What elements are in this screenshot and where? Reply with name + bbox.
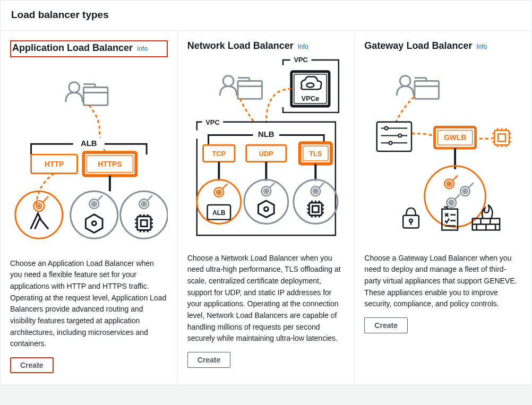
svg-line-57 — [270, 183, 274, 187]
svg-rect-21 — [137, 216, 151, 230]
nlb-desc: Choose a Network Load Balancer when you … — [187, 253, 345, 345]
alb-label: ALB — [81, 139, 97, 148]
target-icon — [214, 184, 227, 197]
vpc-inner-label: VPC — [205, 118, 219, 126]
svg-line-62 — [319, 183, 324, 187]
svg-point-0 — [69, 82, 80, 92]
gwlb-target-circle — [425, 166, 486, 227]
nlb-diagram: VPC VPCe — [187, 56, 345, 253]
nlb-title: Network Load Balancer — [187, 40, 294, 52]
nlb-create-button[interactable]: Create — [187, 352, 231, 368]
user-dash — [240, 99, 255, 123]
user-icon — [66, 82, 108, 105]
svg-rect-39 — [238, 81, 262, 99]
gwlb-desc: Choose a Gateway Load Balancer when you … — [364, 253, 522, 310]
svg-point-106 — [449, 183, 450, 185]
chip-icon-orange — [493, 128, 512, 147]
alb-create-button[interactable]: Create — [10, 357, 54, 373]
nlb-alb-target-label: ALB — [212, 209, 226, 216]
svg-line-115 — [455, 194, 460, 199]
vpce-label: VPCe — [301, 94, 319, 102]
cards-row: Application Load Balancer Info — [1, 31, 531, 385]
svg-point-16 — [92, 221, 96, 225]
svg-line-15 — [98, 195, 102, 200]
gwlb-create-button[interactable]: Create — [364, 317, 408, 333]
alb-title-highlight: Application Load Balancer Info — [10, 40, 168, 57]
svg-point-110 — [465, 190, 466, 192]
svg-point-51 — [218, 191, 220, 193]
gwlb-diagram-svg: GWLB — [364, 64, 522, 245]
gwlb-info-link[interactable]: Info — [476, 43, 487, 50]
gwlb-title: Gateway Load Balancer — [364, 40, 472, 52]
svg-line-52 — [222, 184, 227, 188]
nlb-card: Network Load Balancer Info VPC VPC — [178, 31, 355, 385]
svg-rect-63 — [309, 203, 322, 216]
lambda-icon — [31, 213, 49, 229]
svg-point-83 — [385, 126, 388, 130]
svg-point-58 — [264, 206, 268, 211]
gwlb-head: Gateway Load Balancer Info — [364, 40, 522, 52]
svg-line-107 — [453, 175, 458, 180]
chip-icon — [135, 214, 153, 232]
svg-point-114 — [451, 202, 452, 203]
gwlb-diagram: GWLB — [364, 56, 522, 253]
nlb-info-link[interactable]: Info — [298, 43, 308, 50]
alb-diagram: ALB HTTP HTTPS — [10, 62, 168, 258]
svg-rect-1 — [83, 87, 107, 105]
svg-rect-78 — [415, 81, 439, 99]
alb-title: Application Load Balancer — [12, 42, 133, 54]
hexagon-icon — [258, 201, 274, 218]
svg-rect-89 — [495, 130, 510, 145]
svg-line-11 — [43, 196, 48, 202]
switches-box — [377, 122, 411, 151]
alb-diagram-svg: ALB HTTP HTTPS — [10, 70, 168, 250]
gwlb-label: GWLB — [444, 133, 466, 142]
chip-icon — [307, 201, 324, 218]
svg-rect-22 — [141, 220, 147, 226]
alb-dash-to-lambda — [36, 173, 54, 206]
http-text: HTTP — [45, 159, 64, 168]
svg-line-111 — [469, 183, 474, 187]
svg-rect-90 — [499, 134, 506, 141]
user-icon — [397, 75, 439, 99]
user-icon — [220, 75, 262, 99]
lock-icon — [404, 208, 419, 228]
hexagon-icon — [85, 214, 102, 232]
page-title: Load balancer types — [11, 9, 521, 21]
vpc-outer-label: VPC — [294, 56, 307, 64]
https-text: HTTPS — [98, 159, 122, 168]
svg-point-61 — [315, 190, 316, 192]
svg-point-117 — [409, 219, 413, 222]
alb-desc: Choose an Application Load Balancer when… — [10, 258, 168, 350]
tcp-text: TCP — [212, 150, 226, 158]
panel-header: Load balancer types — [1, 1, 531, 31]
alb-card: Application Load Balancer Info — [1, 31, 178, 385]
target-icon-3 — [139, 195, 152, 209]
svg-point-38 — [223, 75, 234, 86]
svg-point-56 — [265, 190, 267, 192]
tls-text: TLS — [309, 150, 322, 158]
svg-point-14 — [93, 203, 95, 204]
nlb-label: NLB — [258, 130, 274, 139]
nlb-head: Network Load Balancer Info — [187, 40, 345, 52]
alb-info-link[interactable]: Info — [137, 45, 148, 53]
svg-point-87 — [389, 141, 392, 144]
target-icon-2 — [89, 195, 102, 209]
nlb-diagram-svg: VPC VPCe — [187, 54, 345, 255]
svg-line-20 — [148, 195, 152, 200]
load-balancer-types-panel: Load balancer types Application Load Bal… — [0, 0, 532, 385]
svg-point-77 — [400, 75, 411, 86]
svg-rect-64 — [312, 206, 319, 212]
udp-text: UDP — [259, 150, 273, 158]
vpce-dash — [266, 89, 291, 123]
svg-point-19 — [143, 203, 145, 204]
gwlb-card: Gateway Load Balancer Info — [355, 31, 531, 385]
svg-point-10 — [38, 205, 40, 206]
svg-point-85 — [399, 134, 402, 137]
